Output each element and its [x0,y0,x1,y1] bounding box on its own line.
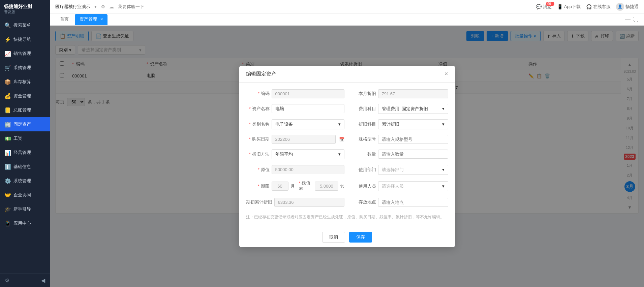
initial-dep-input[interactable] [274,198,344,207]
category-select-input[interactable]: 电子设备 ▾ [272,119,344,129]
field-initial-dep: 期初累计折旧 [246,198,344,207]
ledger-icon: 📒 [5,107,11,113]
residual-rate-label: * 残值率 [299,180,311,192]
tab-home[interactable]: 首页 [55,13,73,26]
location-input[interactable] [378,198,448,207]
field-code: * 编码 [246,89,344,98]
purchase-date-label: * 购买日期 [246,136,270,142]
expense-account-select[interactable]: 管理费用_固定资产折旧 ▾ [378,104,448,114]
search-icon: 🔍 [5,22,11,28]
tab-minimize-icon[interactable]: — [625,17,631,23]
original-value-input[interactable] [272,165,344,174]
purchase-date-input[interactable] [272,135,336,144]
tabs-actions: — ⛶ [625,17,639,23]
asset-name-input[interactable] [272,104,344,113]
residual-rate-input[interactable] [315,182,338,191]
sidebar-item-label: 基础信息 [13,164,31,170]
app-name: 畅捷通好业财 [4,3,46,9]
tab-close-icon[interactable]: × [100,17,103,22]
quantity-label: 数量 [352,151,376,157]
sidebar-nav: 🔍 搜索菜单 ⚡ 快捷导航 📈 销售管理 🛒 采购管理 📦 库存核算 💰 [0,18,50,274]
sidebar-item-search[interactable]: 🔍 搜索菜单 [0,18,50,32]
message-btn[interactable]: 💬 消息 99+ [536,4,552,10]
operations-icon: 📊 [5,150,11,156]
collapse-icon[interactable]: ◀ [41,277,45,284]
sidebar-item-newguide[interactable]: 🎓 新手引导 [0,202,50,216]
quantity-input[interactable] [378,150,448,159]
sidebar-item-label: 搜索菜单 [13,22,31,28]
field-asset-name: * 资产名称 [246,104,344,114]
field-dept: 使用部门 请选择部门 ▾ [352,165,448,175]
sidebar-item-label: 采购管理 [13,65,31,71]
period-label: * 期限 [246,183,270,189]
code-label: * 编码 [246,91,270,97]
field-dep-method: * 折旧方法 年限平均 ▾ [246,149,344,159]
cancel-button[interactable]: 取消 [322,232,345,243]
main-area: 医疗器械行业演示 ▾ ⚙ ☁ 我要体验一下 💬 消息 99+ 📱 App下载 🎧… [50,0,644,287]
period-input[interactable] [272,182,288,191]
save-button[interactable]: 保存 [349,232,372,243]
sidebar-item-capital[interactable]: 💰 资金管理 [0,89,50,103]
sidebar-item-label: 总账管理 [13,107,31,113]
sidebar-bottom: ⚙ ◀ [0,274,50,287]
field-spec: 规格型号 [352,135,448,144]
sidebar-item-operations[interactable]: 📊 经营管理 [0,146,50,160]
tab-expand-icon[interactable]: ⛶ [633,17,639,23]
sidebar-item-system[interactable]: ⚙️ 系统管理 [0,174,50,188]
sidebar-item-appcenter[interactable]: 📱 应用中心 [0,216,50,230]
modal-title: 编辑固定资产 [246,71,276,77]
app-download-btn[interactable]: 📱 App下载 [557,4,581,10]
period-row: 月 * 残值率 % [272,180,344,192]
quicknav-icon: ⚡ [5,36,11,42]
settings-icon[interactable]: ⚙ [5,277,9,284]
sidebar-item-label: 企业协同 [13,192,31,198]
sidebar-item-fixedassets[interactable]: 🏢 固定资产 [0,117,50,131]
message-badge: 99+ [546,2,554,6]
chevron-down-icon[interactable]: ▾ [94,4,97,9]
company-name: 医疗器械行业演示 [55,4,90,10]
dep-method-select[interactable]: 年限平均 ▾ [272,149,344,159]
code-input[interactable] [272,89,344,98]
experience-text[interactable]: 我要体验一下 [118,4,144,10]
app-edition: 普及版 [4,9,46,14]
online-service-btn[interactable]: 🎧 在线客服 [586,4,611,10]
sidebar-item-quicknav[interactable]: ⚡ 快捷导航 [0,32,50,46]
sidebar-item-label: 系统管理 [13,178,31,184]
sidebar-item-enterprise[interactable]: 🤝 企业协同 [0,188,50,202]
avatar: 👤 [616,3,624,11]
sidebar-item-sales[interactable]: 📈 销售管理 [0,46,50,61]
chevron-down-icon: ▾ [338,122,341,127]
sidebar-item-wage[interactable]: 💵 工资 [0,131,50,146]
enterprise-icon: 🤝 [5,192,11,198]
category-label: * 类别名称 [246,121,270,127]
calendar-icon[interactable]: 📅 [339,137,344,142]
person-label: 使用人员 [352,183,376,189]
field-location: 存放地点 [352,198,448,207]
dept-select[interactable]: 请选择部门 ▾ [378,165,448,175]
newguide-icon: 🎓 [5,206,11,212]
user-area[interactable]: 👤 畅捷通 [616,3,639,11]
download-icon: 📱 [557,4,563,9]
field-dep-account: 折旧科目 累计折旧 ▾ [352,119,448,129]
chevron-down-icon: ▾ [442,167,444,172]
sidebar-item-basicinfo[interactable]: ℹ️ 基础信息 [0,160,50,174]
tabs-bar: 首页 资产管理 × — ⛶ [50,13,644,26]
spec-label: 规格型号 [352,136,376,142]
person-select[interactable]: 请选择人员 ▾ [378,181,448,191]
spec-input[interactable] [378,135,448,144]
dep-method-label: * 折旧方法 [246,151,270,157]
modal-close-btn[interactable]: × [444,70,448,77]
sidebar-item-label: 快捷导航 [13,36,31,42]
tab-asset[interactable]: 资产管理 × [75,14,108,25]
sidebar-item-inventory[interactable]: 📦 库存核算 [0,75,50,89]
sidebar-item-ledger[interactable]: 📒 总账管理 [0,103,50,117]
inventory-icon: 📦 [5,79,11,85]
field-person: 使用人员 请选择人员 ▾ [352,180,448,192]
chevron-down-icon: ▾ [442,184,444,189]
field-period: * 期限 月 * 残值率 [246,180,344,192]
gear-icon[interactable]: ⚙ [101,4,105,10]
appcenter-icon: 📱 [5,220,11,226]
sidebar-item-purchase[interactable]: 🛒 采购管理 [0,61,50,75]
dep-account-select[interactable]: 累计折旧 ▾ [378,119,448,129]
sidebar-item-label: 固定资产 [13,121,31,127]
